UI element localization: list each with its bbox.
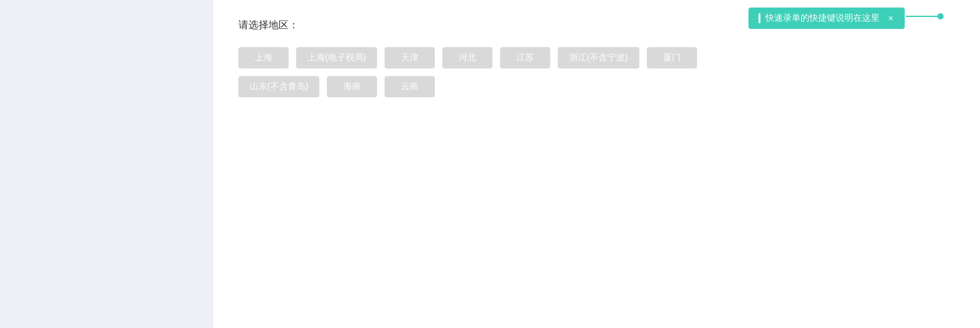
region-btn-yunnan[interactable]: 云南 xyxy=(385,76,435,97)
tooltip-line xyxy=(906,16,937,17)
bar-indicator xyxy=(759,13,760,23)
region-btn-shanghai[interactable]: 上海 xyxy=(238,47,289,68)
region-btn-zhejiang[interactable]: 浙江(不含宁波) xyxy=(558,47,639,68)
region-btn-hebei[interactable]: 河北 xyxy=(442,47,493,68)
region-btn-shanghai-etax[interactable]: 上海(电子税局) xyxy=(296,47,377,68)
region-btn-shandong[interactable]: 山东(不含青岛) xyxy=(238,76,319,97)
tooltip-close-button[interactable]: × xyxy=(887,13,895,23)
region-row-2: 山东(不含青岛)海南云南 xyxy=(238,76,955,97)
tooltip-text: 快速录单的快捷键说明在这里 xyxy=(765,13,880,24)
tooltip-banner: 快速录单的快捷键说明在这里 × xyxy=(748,8,905,29)
region-btn-tianjin[interactable]: 天津 xyxy=(385,47,435,68)
tooltip-dot xyxy=(937,13,944,19)
region-btn-jiangsu[interactable]: 江苏 xyxy=(500,47,550,68)
region-btn-hainan[interactable]: 海南 xyxy=(327,76,377,97)
region-btn-xiamen[interactable]: 厦门 xyxy=(647,47,697,68)
region-row-1: 上海上海(电子税局)天津河北江苏浙江(不含宁波)厦门 xyxy=(238,47,955,68)
main-content: 请选择地区： 上海上海(电子税局)天津河北江苏浙江(不含宁波)厦门 山东(不含青… xyxy=(213,0,980,328)
sidebar xyxy=(0,0,213,328)
